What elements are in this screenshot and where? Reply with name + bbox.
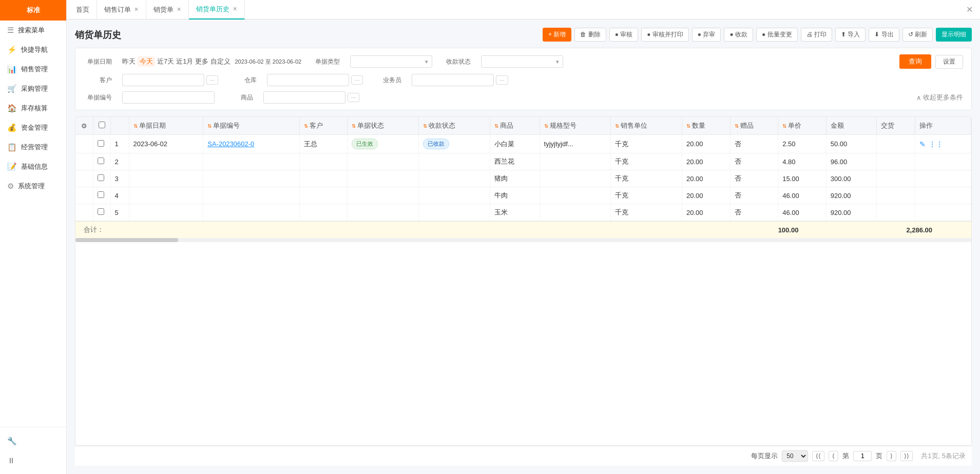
th-customer[interactable]: ⇅客户 <box>299 117 348 135</box>
abandon-button[interactable]: ● 弃审 <box>692 28 721 42</box>
setting-button[interactable]: 设置 <box>935 55 963 69</box>
prev-page-btn[interactable]: ⟨ <box>829 451 838 461</box>
cell-doc-status <box>348 170 419 187</box>
th-payment-status[interactable]: ⇅收款状态 <box>418 117 490 135</box>
more-icon[interactable]: ⋮⋮ <box>929 140 943 148</box>
doc-no-input[interactable] <box>122 91 215 104</box>
th-spec[interactable]: ⇅规格型号 <box>540 117 611 135</box>
cell-amount: 50.00 <box>826 135 876 153</box>
tab-sales-history[interactable]: 销货单历史 ✕ <box>189 0 245 19</box>
sidebar-item-quick-nav[interactable]: ⚡ 快捷导航 <box>0 40 66 60</box>
delete-button[interactable]: 🗑 删除 <box>574 28 606 42</box>
th-doc-status[interactable]: ⇅单据状态 <box>348 117 419 135</box>
cell-action <box>915 153 971 170</box>
cell-action[interactable]: ✎⋮⋮ <box>915 135 971 153</box>
sidebar-pause-btn[interactable]: ⏸ <box>0 451 66 470</box>
row-checkbox[interactable] <box>98 140 104 147</box>
close-sales-order-tab[interactable]: ✕ <box>134 6 139 13</box>
first-page-btn[interactable]: ⟨⟨ <box>812 451 824 461</box>
sidebar-item-search[interactable]: ☰ 搜索菜单 <box>0 21 66 40</box>
cell-gift: 否 <box>730 204 778 221</box>
sidebar-item-purchase[interactable]: 🛒 采购管理 <box>0 79 66 98</box>
th-doc-no[interactable]: ⇅单据编号 <box>203 117 299 135</box>
date-custom[interactable]: 自定义 <box>210 57 230 66</box>
goods-ellipsis-btn[interactable]: ··· <box>348 93 359 102</box>
th-sales-unit[interactable]: ⇅销售单位 <box>611 117 682 135</box>
th-doc-date[interactable]: ⇅单据日期 <box>129 117 203 135</box>
print-button[interactable]: 🖨 打印 <box>801 28 832 42</box>
date-yesterday[interactable]: 昨天 <box>122 57 136 66</box>
goods-label: 商品 <box>225 93 253 102</box>
collect-button[interactable]: ● 收款 <box>724 28 753 42</box>
th-goods[interactable]: ⇅商品 <box>490 117 540 135</box>
import-button[interactable]: ⬆ 导入 <box>835 28 866 42</box>
close-sales-history-tab[interactable]: ✕ <box>233 6 237 12</box>
th-settings[interactable]: ⚙ <box>75 117 93 135</box>
cell-check[interactable] <box>93 135 110 153</box>
sidebar-item-inventory[interactable]: 🏠 库存核算 <box>0 98 66 118</box>
row-checkbox[interactable] <box>98 208 104 215</box>
window-close-btn[interactable]: ✕ <box>961 5 978 14</box>
customer-ellipsis-btn[interactable]: ··· <box>206 75 218 85</box>
show-detail-button[interactable]: 显示明细 <box>936 28 972 42</box>
page-header: 销货单历史 + 新增 🗑 删除 ● 审核 ● 审核并打印 ● 弃审 ● 收款 ●… <box>75 28 972 42</box>
customer-input[interactable] <box>122 74 204 86</box>
sidebar-item-finance[interactable]: 💰 资金管理 <box>0 118 66 137</box>
row-checkbox[interactable] <box>98 191 104 198</box>
row-checkbox[interactable] <box>98 157 104 164</box>
th-quantity[interactable]: ⇅数量 <box>682 117 730 135</box>
filter-row-3: 单据编号 商品 ··· ∧ 收起更多条件 <box>84 91 963 104</box>
new-button[interactable]: + 新增 <box>543 28 571 42</box>
th-row-num <box>110 117 129 135</box>
date-label: 单据日期 <box>84 57 112 66</box>
refresh-button[interactable]: ↺ 刷新 <box>902 28 933 42</box>
th-check[interactable] <box>93 117 110 135</box>
date-more[interactable]: 更多 <box>195 57 208 66</box>
edit-icon[interactable]: ✎ <box>919 140 926 148</box>
salesperson-ellipsis-btn[interactable]: ··· <box>496 75 508 85</box>
select-all-checkbox[interactable] <box>99 122 105 128</box>
warehouse-ellipsis-btn[interactable]: ··· <box>351 75 363 85</box>
warehouse-input[interactable] <box>267 74 349 86</box>
last-page-btn[interactable]: ⟩⟩ <box>900 451 913 461</box>
doc-no-link[interactable]: SA-20230602-0 <box>207 140 254 148</box>
audit-button[interactable]: ● 审核 <box>609 28 639 42</box>
next-page-btn[interactable]: ⟩ <box>887 451 896 461</box>
collapse-link[interactable]: ∧ 收起更多条件 <box>916 93 963 102</box>
sidebar-item-ops[interactable]: 📋 经营管理 <box>0 137 66 157</box>
cell-gift: 否 <box>730 153 778 170</box>
cell-check[interactable] <box>93 204 110 221</box>
payment-status-select[interactable] <box>481 55 563 68</box>
tab-home[interactable]: 首页 <box>69 0 97 19</box>
cell-doc-no[interactable]: SA-20230602-0 <box>203 135 299 153</box>
audit-print-button[interactable]: ● 审核并打印 <box>641 28 689 42</box>
cell-check[interactable] <box>93 187 110 204</box>
date-today[interactable]: 今天 <box>138 56 155 67</box>
th-unit-price[interactable]: ⇅单价 <box>778 117 827 135</box>
date-7days[interactable]: 近7天 <box>157 57 174 66</box>
doc-type-select[interactable] <box>350 55 432 68</box>
page-input[interactable] <box>853 451 872 461</box>
horizontal-scrollbar[interactable] <box>75 238 971 242</box>
batch-change-button[interactable]: ● 批量变更 <box>756 28 798 42</box>
cell-check[interactable] <box>93 170 110 187</box>
row-checkbox[interactable] <box>98 174 104 181</box>
date-1month[interactable]: 近1月 <box>176 57 193 66</box>
goods-input[interactable] <box>263 91 345 104</box>
sidebar-item-label: 基础信息 <box>21 162 48 171</box>
query-button[interactable]: 查询 <box>899 54 931 69</box>
salesperson-input[interactable] <box>412 74 494 86</box>
cell-goods: 小白菜 <box>490 135 540 153</box>
scrollbar-thumb[interactable] <box>75 238 178 242</box>
cell-check[interactable] <box>93 153 110 170</box>
th-gift[interactable]: ⇅赠品 <box>730 117 778 135</box>
close-sales-goods-tab[interactable]: ✕ <box>177 6 181 13</box>
export-button[interactable]: ⬇ 导出 <box>869 28 899 42</box>
per-page-select[interactable]: 50 20 100 <box>782 450 808 462</box>
sidebar-item-sales[interactable]: 📊 销售管理 <box>0 60 66 79</box>
sidebar-item-sys[interactable]: ⚙ 系统管理 <box>0 176 66 196</box>
sidebar-item-basic-info[interactable]: 📝 基础信息 <box>0 157 66 176</box>
tab-sales-goods[interactable]: 销货单 ✕ <box>146 0 189 19</box>
sidebar-settings-btn[interactable]: 🔧 <box>0 431 66 451</box>
tab-sales-order[interactable]: 销售订单 ✕ <box>97 0 146 19</box>
